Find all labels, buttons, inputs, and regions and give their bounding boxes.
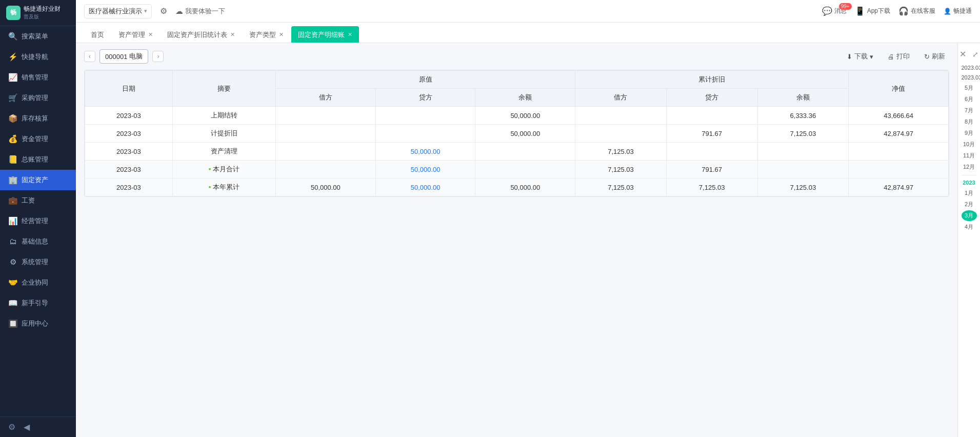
rp-month-item[interactable]: 9月 — [959, 128, 979, 138]
sidebar-item-collab[interactable]: 🤝 企业协同 — [0, 272, 76, 293]
settings-gear-icon[interactable]: ⚙ — [158, 4, 169, 18]
rp-month-item[interactable]: 12月 — [959, 162, 979, 172]
print-button[interactable]: 🖨 打印 — [884, 50, 914, 63]
refresh-button[interactable]: ↻ 刷新 — [920, 50, 949, 63]
sidebar-item-sales[interactable]: 📈 销售管理 — [0, 67, 76, 88]
rp-current-year[interactable]: 2023 — [959, 178, 979, 187]
cell-orig-credit: 50,000.00 — [375, 143, 475, 161]
sidebar-item-basic[interactable]: 🗂 基础信息 — [0, 231, 76, 252]
prev-asset-button[interactable]: ‹ — [84, 51, 95, 62]
main-content: ‹ 000001 电脑 › ⬇ 下载 ▾ 🖨 — [76, 43, 957, 437]
rp-month-item[interactable]: 2月 — [959, 199, 979, 210]
rp-year-header: 2023.03 — [959, 63, 979, 72]
rp-month-item[interactable]: 1月 — [959, 188, 979, 198]
company-selector[interactable]: 医疗器械行业演示 ▾ — [84, 4, 152, 18]
rp-month-item[interactable]: 5月 — [959, 83, 979, 93]
message-icon: 💬 — [822, 6, 832, 16]
system-icon: ⚙ — [8, 257, 17, 267]
user-avatar-button[interactable]: 👤 畅捷通 — [944, 7, 972, 15]
rp-month-item[interactable]: 10月 — [959, 139, 979, 150]
rp-month-item[interactable]: 3月 — [962, 210, 977, 221]
tab-close-depreciation_table[interactable]: ✕ — [230, 31, 235, 38]
sidebar-label-payroll: 工资 — [22, 196, 35, 205]
sidebar-item-ledger[interactable]: 📒 总账管理 — [0, 149, 76, 170]
tab-close-asset_type[interactable]: ✕ — [279, 31, 284, 38]
table-row: 2023-03 资产清理 50,000.00 7,125.03 — [85, 143, 949, 161]
logo-icon: 畅 — [6, 6, 21, 20]
sidebar-menu: 🔍 搜索菜单 ⚡ 快捷导航 📈 销售管理 🛒 采购管理 📦 库存核算 💰 资金管… — [0, 26, 76, 416]
tab-home[interactable]: 首页 — [84, 26, 111, 43]
rp-month-item[interactable]: 8月 — [959, 116, 979, 127]
settings-icon[interactable]: ⚙ — [8, 422, 15, 432]
col-acc-debit: 借方 — [575, 89, 667, 107]
rp-month-item[interactable]: 4月 — [959, 222, 979, 232]
cell-summary: ▪本月合计 — [172, 161, 275, 178]
asset-navigation: ‹ 000001 电脑 › ⬇ 下载 ▾ 🖨 — [84, 49, 949, 64]
collapse-icon[interactable]: ◀ — [24, 422, 30, 432]
cell-net-value — [849, 161, 949, 178]
sidebar-item-guide[interactable]: 📖 新手引导 — [0, 293, 76, 313]
right-panel: ✕ ⤢ 2023.032023.035月6月7月8月9月10月11月12月202… — [957, 43, 980, 437]
right-panel-expand-icon[interactable]: ⤢ — [970, 48, 980, 61]
sidebar-item-quicknav[interactable]: ⚡ 快捷导航 — [0, 47, 76, 67]
app-download-label: App下载 — [867, 7, 890, 15]
cell-date: 2023-03 — [85, 178, 173, 196]
sales-icon: 📈 — [8, 73, 17, 82]
tab-asset_mgmt[interactable]: 资产管理✕ — [112, 26, 159, 43]
basic-icon: 🗂 — [8, 237, 17, 246]
tab-asset_detail[interactable]: 固定资产明细账✕ — [291, 26, 359, 43]
cell-acc-debit — [575, 107, 667, 125]
table-row: 2023-03 计提折旧 50,000.00 791.67 7,125.03 4… — [85, 125, 949, 143]
table-row: 2023-03 ▪本月合计 50,000.00 7,125.03 791.67 — [85, 161, 949, 178]
tab-depreciation_table[interactable]: 固定资产折旧统计表✕ — [161, 26, 242, 43]
rp-month-item[interactable]: 7月 — [959, 105, 979, 116]
cell-acc-credit — [666, 107, 757, 125]
tab-close-asset_mgmt[interactable]: ✕ — [148, 31, 153, 38]
sidebar-item-apps[interactable]: 🔲 应用中心 — [0, 313, 76, 334]
rp-year-header: 2023.03 — [959, 73, 979, 82]
messages-button[interactable]: 💬 消息 99+ — [822, 6, 847, 16]
rp-month-item[interactable]: 11月 — [959, 150, 979, 161]
rp-month-item[interactable]: 6月 — [959, 94, 979, 105]
next-arrow-icon: › — [157, 53, 159, 60]
cell-summary: 资产清理 — [172, 143, 275, 161]
col-acc-balance: 余额 — [757, 89, 849, 107]
sidebar-item-payroll[interactable]: 💼 工资 — [0, 190, 76, 211]
sidebar-item-ops[interactable]: 📊 经营管理 — [0, 211, 76, 231]
asset-id: 000001 — [105, 53, 127, 61]
avatar-icon: 👤 — [944, 8, 951, 15]
cloud-icon: ☁ — [175, 7, 183, 16]
sidebar-item-search[interactable]: 🔍 搜索菜单 — [0, 26, 76, 47]
cell-acc-credit — [666, 143, 757, 161]
online-service-button[interactable]: 🎧 在线客服 — [898, 6, 935, 16]
content-wrapper: ‹ 000001 电脑 › ⬇ 下载 ▾ 🖨 — [76, 43, 980, 437]
download-arrow-icon: ▾ — [870, 53, 873, 61]
topbar-actions: 💬 消息 99+ 📱 App下载 🎧 在线客服 👤 畅捷通 — [822, 6, 972, 16]
refresh-label: 刷新 — [932, 52, 945, 61]
sidebar-item-purchase[interactable]: 🛒 采购管理 — [0, 88, 76, 108]
col-date: 日期 — [85, 71, 173, 107]
tab-asset_type[interactable]: 资产类型✕ — [243, 26, 290, 43]
cell-orig-balance — [475, 161, 575, 178]
next-asset-button[interactable]: › — [152, 51, 164, 62]
logo-text: 畅捷通好业财 普及版 — [24, 5, 61, 21]
sidebar: 畅 畅捷通好业财 普及版 🔍 搜索菜单 ⚡ 快捷导航 📈 销售管理 🛒 采购管理… — [0, 0, 76, 437]
cell-net-value: 42,874.97 — [849, 178, 949, 196]
sidebar-bottom: ⚙ ◀ — [0, 416, 76, 437]
right-panel-close-icon[interactable]: ✕ — [957, 47, 968, 61]
cell-orig-balance — [475, 143, 575, 161]
ops-icon: 📊 — [8, 216, 17, 226]
tab-close-asset_detail[interactable]: ✕ — [348, 31, 352, 38]
sidebar-item-system[interactable]: ⚙ 系统管理 — [0, 252, 76, 272]
app-download-button[interactable]: 📱 App下载 — [855, 6, 890, 16]
cell-acc-debit: 7,125.03 — [575, 161, 667, 178]
download-button[interactable]: ⬇ 下载 ▾ — [843, 50, 877, 63]
experience-button[interactable]: ☁ 我要体验一下 — [175, 7, 225, 16]
cell-orig-credit: 50,000.00 — [375, 161, 475, 178]
sidebar-item-funds[interactable]: 💰 资金管理 — [0, 129, 76, 149]
table-row: 2023-03 上期结转 50,000.00 6,333.36 43,666.6… — [85, 107, 949, 125]
total-icon: ▪ — [209, 183, 211, 191]
sidebar-item-inventory[interactable]: 📦 库存核算 — [0, 108, 76, 129]
sidebar-item-assets[interactable]: 🏢 固定资产 — [0, 170, 76, 190]
tabbar: 首页资产管理✕固定资产折旧统计表✕资产类型✕固定资产明细账✕ — [76, 23, 980, 43]
